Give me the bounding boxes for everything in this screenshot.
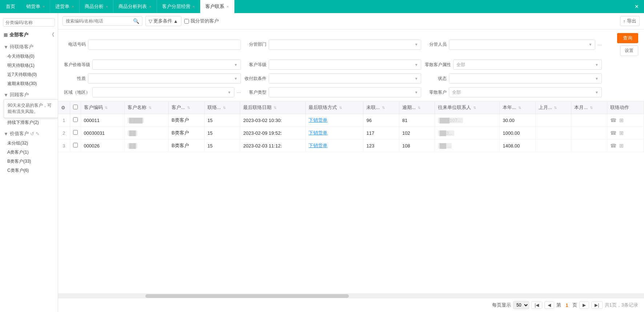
sidebar-item-class-b[interactable]: B类客户(33) xyxy=(0,157,58,166)
more-conditions-btn[interactable]: ▽ 更多条件 ▲ xyxy=(145,16,181,26)
next-page-btn[interactable]: ▶ xyxy=(579,301,589,309)
filter-manager-select[interactable]: ▼ xyxy=(449,40,595,50)
sidebar-item-unclassified[interactable]: 未分组(32) xyxy=(0,139,58,148)
sidebar-group-pending-title[interactable]: ▼ 待联络客户 xyxy=(0,42,58,52)
filter-dept-select[interactable]: ▼ xyxy=(269,40,422,50)
chevron-down-icon-11: ▼ xyxy=(595,90,599,94)
last-page-btn[interactable]: ▶| xyxy=(591,301,602,309)
col-un-contact[interactable]: 未联... ⇅ xyxy=(363,101,399,114)
nav-tab-purchase[interactable]: 进货单 × xyxy=(50,0,79,13)
row-last-way-link-3[interactable]: 下销货单 xyxy=(309,143,327,148)
first-page-btn[interactable]: |◀ xyxy=(531,301,542,309)
scroll-thumb[interactable] xyxy=(145,294,349,298)
filter-region-select[interactable]: ▼ xyxy=(92,87,234,97)
sidebar-search-input[interactable] xyxy=(5,20,58,25)
more-action-icon-1[interactable]: ⊞ xyxy=(619,117,624,123)
row-select-1[interactable] xyxy=(73,117,78,122)
filter-row-2: 客户价格等级 ▼ 客户等级 ▼ 零散客户属性 全部 xyxy=(64,60,638,70)
sidebar-item-declining[interactable]: 持续下滑客户(2) xyxy=(0,118,58,127)
nav-tab-customer-contact[interactable]: 客户联系 × xyxy=(200,0,234,13)
row-unit-contact-2: ██3... xyxy=(435,127,500,139)
export-button[interactable]: ↑ 导出 xyxy=(620,16,640,26)
filter-nature-select[interactable]: ▼ xyxy=(88,73,241,84)
col-last-month[interactable]: 上月... ⇅ xyxy=(535,101,571,114)
setting-button[interactable]: 设置 xyxy=(620,45,638,56)
filter-region-ellipsis[interactable]: ··· xyxy=(237,89,241,95)
row-type-3: B类客户 xyxy=(169,139,205,152)
nav-tab-sales[interactable]: 销货单 × xyxy=(21,0,50,13)
nav-tab-customer-layer[interactable]: 客户分层经营 × xyxy=(157,0,200,13)
filter-customer-level-select[interactable]: ▼ xyxy=(269,60,422,70)
col-checkbox[interactable] xyxy=(70,101,81,114)
horizontal-scrollbar[interactable] xyxy=(58,293,644,298)
prev-page-btn[interactable]: ◀ xyxy=(544,301,554,309)
col-last-date[interactable]: 最后联络日期 ⇅ xyxy=(240,101,306,114)
sidebar-all-customers[interactable]: ⊞ 全部客户 《 xyxy=(0,29,58,40)
row-last-way-3[interactable]: 下销货单 xyxy=(306,139,363,152)
col-last-way[interactable]: 最后联络方式 ⇅ xyxy=(306,101,363,114)
filter-customer-type-select[interactable]: ▼ xyxy=(269,87,422,97)
sidebar-group-value-title[interactable]: ▼ 价值客户 ↺ ✎ xyxy=(0,129,58,139)
close-customer-contact-tab[interactable]: × xyxy=(226,4,229,9)
close-sales-tab[interactable]: × xyxy=(43,4,45,9)
col-name[interactable]: 客户名称 ⇅ xyxy=(125,101,169,114)
nav-tab-analysis-list[interactable]: 商品分析列表 × xyxy=(113,0,157,13)
sidebar-collapse-icon[interactable]: 《 xyxy=(49,32,54,38)
toolbar-search-box[interactable]: 🔍 xyxy=(63,16,142,26)
more-action-icon-2[interactable]: ⊞ xyxy=(619,130,624,136)
nav-tab-analysis[interactable]: 商品分析 × xyxy=(80,0,113,13)
contact-icon-2[interactable]: ☎ xyxy=(610,130,616,136)
sidebar-search-box[interactable]: 🔍 xyxy=(3,18,55,27)
nav-home[interactable]: 首页 xyxy=(0,3,21,10)
more-action-icon-3[interactable]: ⊞ xyxy=(619,143,624,149)
close-analysis-tab[interactable]: × xyxy=(106,4,108,9)
sidebar-item-class-c[interactable]: C类客户(6) xyxy=(0,166,58,175)
filter-phone-input[interactable] xyxy=(88,40,241,50)
col-settings[interactable]: ⚙ xyxy=(58,101,70,114)
sidebar-item-overdue[interactable]: 逾期未联络(30) xyxy=(0,79,58,88)
row-checkbox-2[interactable] xyxy=(70,127,81,139)
row-last-way-1[interactable]: 下销货单 xyxy=(306,114,363,127)
filter-scatter-select[interactable]: 全部 ▼ xyxy=(449,87,602,97)
query-button[interactable]: 查询 xyxy=(617,33,638,43)
row-last-way-2[interactable]: 下销货单 xyxy=(306,127,363,139)
filter-scatter-attr-select[interactable]: 全部 ▼ xyxy=(453,60,602,70)
row-checkbox-1[interactable] xyxy=(70,114,81,127)
row-select-3[interactable] xyxy=(73,143,78,147)
edit-icon[interactable]: ✎ xyxy=(36,131,40,137)
close-customer-layer-tab[interactable]: × xyxy=(193,4,195,9)
my-customers-checkbox[interactable] xyxy=(184,19,189,24)
select-all-checkbox[interactable] xyxy=(73,105,78,109)
close-all-tabs[interactable]: ✕ xyxy=(629,4,644,9)
col-code[interactable]: 客户编码 ⇅ xyxy=(81,101,125,114)
close-analysis-list-tab[interactable]: × xyxy=(149,4,151,9)
row-checkbox-3[interactable] xyxy=(70,139,81,152)
sidebar-item-class-a[interactable]: A类客户(1) xyxy=(0,148,58,157)
sidebar-item-7days[interactable]: 近7天待联络(0) xyxy=(0,70,58,79)
per-page-select[interactable]: 50 xyxy=(513,301,529,309)
contact-icon-1[interactable]: ☎ xyxy=(610,117,616,123)
sidebar-group-review-title[interactable]: ▼ 回顾客户 xyxy=(0,90,58,100)
my-customers-checkbox-area[interactable]: 我分管的客户 xyxy=(184,18,219,24)
row-select-2[interactable] xyxy=(73,130,78,135)
sidebar-item-today[interactable]: 今天待联络(0) xyxy=(0,52,58,61)
row-last-way-link-1[interactable]: 下销货单 xyxy=(309,117,327,123)
toolbar-search-input[interactable] xyxy=(66,19,133,24)
col-this-year[interactable]: 本年... ⇅ xyxy=(500,101,536,114)
col-overdue[interactable]: 逾期... ⇅ xyxy=(399,101,435,114)
row-last-way-link-2[interactable]: 下销货单 xyxy=(309,130,327,135)
close-purchase-tab[interactable]: × xyxy=(72,4,74,9)
toolbar-search-button[interactable]: 🔍 xyxy=(133,18,139,24)
col-contact[interactable]: 联络... ⇅ xyxy=(204,101,240,114)
refresh-icon[interactable]: ↺ xyxy=(30,131,34,137)
col-unit-contact[interactable]: 往来单位联系人 ⇅ xyxy=(435,101,500,114)
col-this-month[interactable]: 本月... ⇅ xyxy=(571,101,607,114)
filter-manager-ellipsis[interactable]: ··· xyxy=(597,42,602,48)
contact-icon-3[interactable]: ☎ xyxy=(610,143,616,149)
sidebar-item-tomorrow[interactable]: 明天待联络(1) xyxy=(0,61,58,70)
filter-status-select[interactable]: ▼ xyxy=(449,73,602,84)
col-type[interactable]: 客户... ⇅ xyxy=(169,101,205,114)
filter-payment-select[interactable]: ▼ xyxy=(269,73,422,84)
filter-price-level-select[interactable]: ▼ xyxy=(92,60,241,70)
sort-code-icon: ⇅ xyxy=(105,106,108,110)
